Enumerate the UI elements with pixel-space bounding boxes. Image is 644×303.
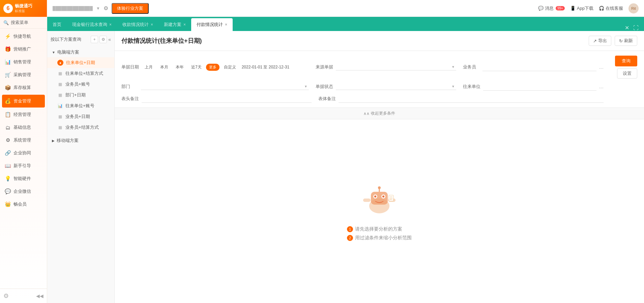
online-service-btn[interactable]: 🎧 在线客服 xyxy=(599,5,623,11)
tab-collection-stats-close[interactable]: × xyxy=(151,22,153,27)
sidebar: 6 畅捷通巧 标准版 🔍 搜索菜单 ⚡ 快捷导航 🎁 营销推广 📊 销售管理 🛒… xyxy=(0,0,47,303)
tab-fullscreen-icon[interactable]: ⛶ xyxy=(631,25,641,31)
sidebar-item-member[interactable]: 👑 畅会员 xyxy=(0,198,47,211)
scheme-item-unit-date[interactable]: ● 往来单位+日期 xyxy=(47,57,114,68)
trial-btn[interactable]: 体验行业方案 xyxy=(112,3,149,14)
scheme-item-unit-settle[interactable]: ▦ 往来单位+结算方式 xyxy=(47,68,114,79)
footer-settings-icon[interactable]: ⚙ xyxy=(3,292,9,300)
user-section: Rit xyxy=(628,3,639,13)
empty-hint-1: 1 请先选择要分析的方案 xyxy=(347,226,412,232)
scheme-item-staff-account[interactable]: ▦ 业务员+账号 xyxy=(47,79,114,90)
settings-btn[interactable]: 设置 xyxy=(617,68,637,79)
tab-payment-stats[interactable]: 付款情况统计 × xyxy=(191,18,233,31)
sidebar-item-hardware[interactable]: 💡 智能硬件 xyxy=(0,172,47,185)
sidebar-item-label: 企业微信 xyxy=(13,188,31,194)
salesman-input[interactable] xyxy=(482,63,596,71)
date-control: 上月 本月 本年 近7天 更多 自定义 2022-01-01 至 2022-12… xyxy=(142,63,309,71)
tab-payment-stats-close[interactable]: × xyxy=(225,22,227,27)
sidebar-item-marketing[interactable]: 🎁 营销推广 xyxy=(0,43,47,56)
scheme-group-mobile-header[interactable]: ▶ 移动端方案 xyxy=(47,135,114,146)
scheme-item-dept-date[interactable]: ▦ 部门+日期 xyxy=(47,90,114,100)
date-last-month-btn[interactable]: 上月 xyxy=(142,63,156,71)
sidebar-item-basic[interactable]: 🗂 基础信息 xyxy=(0,121,47,134)
corp-icon: 🔗 xyxy=(5,150,11,156)
filter-dept-item: 部门 ▼ xyxy=(121,83,309,90)
dept-select[interactable]: ▼ xyxy=(141,83,309,90)
sidebar-item-guide[interactable]: 📖 新手引导 xyxy=(0,159,47,172)
salesman-dots[interactable]: ... xyxy=(599,64,604,70)
sidebar-item-quick-nav[interactable]: ⚡ 快捷导航 xyxy=(0,30,47,43)
scheme-item-label: 往来单位+日期 xyxy=(66,60,95,66)
table-body-note-input[interactable] xyxy=(339,95,604,103)
date-last-7-btn[interactable]: 近7天 xyxy=(188,63,205,71)
date-this-year-btn[interactable]: 本年 xyxy=(173,63,187,71)
sidebar-footer: ⚙ ◀◀ xyxy=(0,289,47,303)
company-address: ██████████████ xyxy=(53,6,93,11)
date-custom-btn[interactable]: 自定义 xyxy=(221,63,239,71)
wechat-icon: 💬 xyxy=(5,188,11,194)
sidebar-item-wechat[interactable]: 💬 企业微信 xyxy=(0,185,47,198)
collapse-bar[interactable]: ∧∧ 收起更多条件 xyxy=(115,108,644,119)
marketing-icon: 🎁 xyxy=(5,46,11,52)
tab-new-scheme-label: 新建方案 xyxy=(164,22,181,28)
date-this-month-btn[interactable]: 本月 xyxy=(157,63,171,71)
empty-hint-2: 2 用过滤条件来缩小分析范围 xyxy=(347,235,412,241)
table-body-note-label: 表体备注 xyxy=(318,96,336,102)
app-download-btn[interactable]: 📱 App下载 xyxy=(570,5,593,11)
tab-close-all-icon[interactable]: ✕ xyxy=(623,25,631,31)
sidebar-item-operations[interactable]: 📋 经营管理 xyxy=(0,108,47,121)
header-settings-icon[interactable]: ⚙ xyxy=(104,5,108,11)
panel-collapse-icon[interactable]: « xyxy=(108,37,111,42)
filter-salesman-item: 业务员 ... xyxy=(463,63,604,71)
tab-home[interactable]: 首页 xyxy=(47,18,67,31)
source-doc-select[interactable]: ▼ xyxy=(336,64,456,70)
sidebar-item-label: 基础信息 xyxy=(13,124,31,130)
sidebar-item-system[interactable]: ⚙ 系统管理 xyxy=(0,134,47,147)
header-chevron-icon[interactable]: ▼ xyxy=(96,6,100,11)
export-btn[interactable]: ↗ 导出 xyxy=(589,36,611,46)
refresh-btn[interactable]: ↻ 刷新 xyxy=(615,36,637,46)
doc-status-select[interactable]: ▼ xyxy=(336,83,456,90)
scheme-item-staff-date[interactable]: ▦ 业务员+日期 xyxy=(47,111,114,122)
table-header-note-input[interactable] xyxy=(142,95,312,103)
sidebar-item-purchase[interactable]: 🛒 采购管理 xyxy=(0,68,47,81)
search-menu[interactable]: 🔍 搜索菜单 xyxy=(0,17,47,29)
tab-cash-flow[interactable]: 现金银行流水查询 × xyxy=(67,18,117,31)
export-icon: ↗ xyxy=(593,38,597,43)
messages-label: 消息 xyxy=(545,5,554,11)
tab-collection-stats[interactable]: 收款情况统计 × xyxy=(117,18,158,31)
tab-cash-flow-close[interactable]: × xyxy=(109,22,112,27)
sidebar-item-inventory[interactable]: 📦 库存核算 xyxy=(0,81,47,94)
add-scheme-icon[interactable]: + xyxy=(91,36,98,43)
sidebar-item-corp[interactable]: 🔗 企业协同 xyxy=(0,147,47,159)
source-doc-chevron-icon: ▼ xyxy=(451,65,455,69)
dept-chevron-icon: ▼ xyxy=(304,85,308,88)
scheme-item-label: 部门+日期 xyxy=(65,92,86,98)
sidebar-item-label: 营销推广 xyxy=(13,46,31,52)
date-more-btn[interactable]: 更多 xyxy=(206,64,219,71)
sidebar-item-finance[interactable]: 💰 资金管理 xyxy=(2,95,45,108)
sidebar-item-label: 库存核算 xyxy=(13,85,31,91)
scheme-group-pc-header[interactable]: ▼ 电脑端方案 xyxy=(47,47,114,57)
scheme-settings-icon[interactable]: ⚙ xyxy=(99,36,107,43)
related-unit-dots[interactable]: ... xyxy=(599,84,604,90)
related-unit-input[interactable] xyxy=(483,83,596,91)
download-icon: 📱 xyxy=(570,6,576,11)
footer-collapse-icon[interactable]: ◀◀ xyxy=(36,293,43,299)
tab-actions: ✕ ⛶ xyxy=(623,25,644,31)
tab-new-scheme[interactable]: 新建方案 × xyxy=(158,18,191,31)
scheme-item-label: 业务员+账号 xyxy=(65,81,90,87)
sidebar-item-sales[interactable]: 📊 销售管理 xyxy=(0,56,47,68)
tab-new-scheme-close[interactable]: × xyxy=(183,22,186,27)
online-service-label: 在线客服 xyxy=(606,5,623,11)
scheme-item-label: 业务员+日期 xyxy=(65,114,90,120)
user-avatar[interactable]: Rit xyxy=(628,3,639,13)
query-btn[interactable]: 查询 xyxy=(615,56,637,66)
messages-btn[interactable]: 💬 消息 99+ xyxy=(538,5,565,11)
source-doc-label: 来源单据 xyxy=(316,64,333,70)
message-icon: 💬 xyxy=(538,6,544,11)
search-label: 搜索菜单 xyxy=(11,20,28,26)
scheme-group-pc: ▼ 电脑端方案 ● 往来单位+日期 ▦ 往来单位+结算方式 ▦ 业务员+账号 ▦ xyxy=(47,46,114,134)
scheme-item-staff-settle[interactable]: ▦ 业务员+结算方式 xyxy=(47,122,114,133)
scheme-item-unit-account[interactable]: 📊 往来单位+账号 xyxy=(47,100,114,111)
